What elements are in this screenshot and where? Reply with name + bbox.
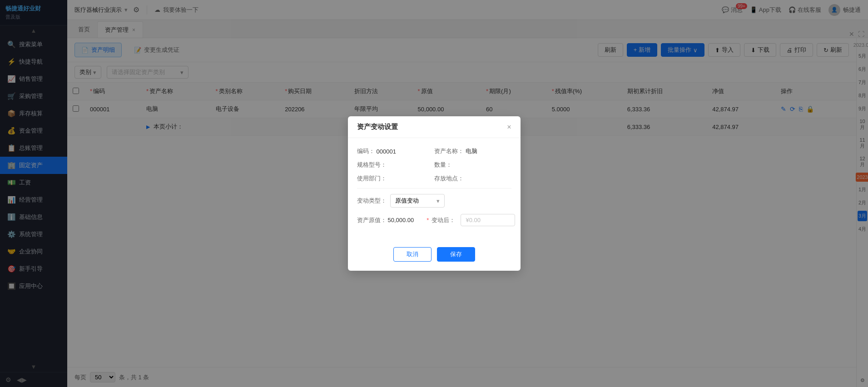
modal-dept-col: 使用部门： [357,174,434,183]
modal-code-col: 编码： 000001 [357,147,434,155]
modal-footer: 取消 保存 [348,242,521,271]
save-button[interactable]: 保存 [437,247,475,262]
change-type-row: 变动类型： 原值变动 ▾ [357,194,511,208]
modal-close-button[interactable]: × [507,123,511,131]
after-change-input-wrap [461,214,515,226]
modal-asset-name-label: 资产名称： [434,147,464,155]
modal-name-col: 资产名称： 电脑 [434,147,511,155]
change-type-arrow-icon: ▾ [436,198,440,204]
modal-info-row-3: 使用部门： 存放地点： [357,174,511,183]
modal-quantity-label: 数量： [434,161,452,169]
modal-title: 资产变动设置 [357,123,398,131]
modal-asset-name-value: 电脑 [466,147,477,155]
modal-location-label: 存放地点： [434,174,464,183]
required-mark: * [427,217,429,223]
modal-location-col: 存放地点： [434,174,511,183]
modal-info-row-2: 规格型号： 数量： [357,161,511,169]
change-type-label: 变动类型： [357,197,387,205]
modal-code-label: 编码： [357,147,375,155]
original-value-value: 50,000.00 [388,217,414,223]
after-change-input[interactable] [461,214,515,226]
modal-header: 资产变动设置 × [348,116,521,138]
after-change-label: 变动后： [432,216,459,224]
modal-spec-label: 规格型号： [357,161,387,169]
modal-code-value: 000001 [377,148,396,155]
modal-dept-label: 使用部门： [357,174,387,183]
after-change-group: * 变动后： [427,214,515,226]
cancel-button[interactable]: 取消 [393,247,432,262]
original-value-row: 资产原值： 50,000.00 * 变动后： [357,214,511,226]
original-value-label: 资产原值： [357,216,384,224]
modal-info-row-1: 编码： 000001 资产名称： 电脑 [357,147,511,155]
modal-divider [357,188,511,189]
modal-quantity-col: 数量： [434,161,511,169]
modal-overlay: 资产变动设置 × 编码： 000001 资产名称： 电脑 规格型号： [0,0,868,387]
modal-spec-col: 规格型号： [357,161,434,169]
modal-body: 编码： 000001 资产名称： 电脑 规格型号： 数量： [348,138,521,242]
change-type-value: 原值变动 [395,197,419,205]
change-type-select[interactable]: 原值变动 ▾ [390,194,445,208]
asset-change-modal: 资产变动设置 × 编码： 000001 资产名称： 电脑 规格型号： [348,116,521,271]
